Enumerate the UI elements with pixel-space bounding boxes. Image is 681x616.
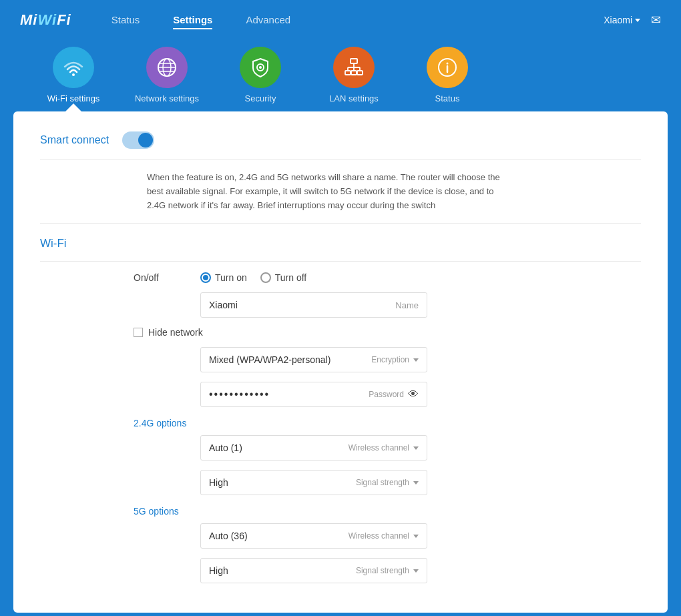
lan-icon: [343, 56, 365, 79]
encryption-chevron-icon: [413, 358, 419, 362]
tab-lan-settings[interactable]: LAN settings: [307, 47, 401, 111]
nav-links: Status Settings Advanced: [111, 11, 604, 29]
eye-icon[interactable]: 👁: [408, 388, 419, 400]
encryption-row: Mixed (WPA/WPA2-personal) Encryption: [40, 347, 641, 372]
name-input-wrapper: Name: [200, 292, 427, 318]
header: MiWiFi Status Settings Advanced Xiaomi ✉: [0, 0, 681, 40]
password-field[interactable]: •••••••••••• Password 👁: [200, 382, 427, 407]
svg-point-19: [447, 63, 449, 65]
smart-connect-row: Smart connect: [40, 131, 641, 149]
2g-signal-label: Signal strength: [356, 478, 409, 487]
5g-channel-right: Wireless channel: [349, 531, 419, 541]
svg-rect-10: [351, 71, 357, 75]
divider-smart: [40, 160, 641, 160]
5g-signal-value: High: [209, 565, 228, 576]
user-menu[interactable]: Xiaomi: [604, 15, 640, 25]
tab-row: Wi-Fi settings Network settings Security: [0, 40, 681, 111]
smart-connect-description: When the feature is on, 2.4G and 5G netw…: [40, 171, 507, 212]
password-row: •••••••••••• Password 👁: [40, 382, 641, 407]
status-icon-circle: [427, 47, 468, 88]
security-icon-circle: [240, 47, 281, 88]
5g-channel-row: Auto (36) Wireless channel: [40, 523, 641, 549]
nav-settings[interactable]: Settings: [173, 11, 212, 29]
5g-channel-label: Wireless channel: [349, 531, 409, 541]
2g-channel-row: Auto (1) Wireless channel: [40, 435, 641, 460]
5g-channel-value: Auto (36): [209, 531, 248, 541]
wifi-settings-icon-circle: [53, 47, 94, 88]
onoff-label: On/off: [134, 272, 200, 283]
hide-network-checkbox[interactable]: [134, 328, 143, 337]
svg-rect-8: [351, 59, 357, 63]
shield-icon: [249, 56, 272, 79]
svg-rect-9: [345, 71, 351, 75]
name-input[interactable]: [209, 300, 395, 310]
5g-channel-chevron-icon: [413, 535, 419, 538]
password-right: Password 👁: [369, 388, 419, 400]
tab-network-label: Network settings: [135, 93, 199, 103]
encryption-right: Encryption: [371, 355, 419, 364]
password-label: Password: [369, 390, 404, 399]
divider-wifi2: [40, 261, 641, 262]
encryption-dropdown[interactable]: Mixed (WPA/WPA2-personal) Encryption: [200, 347, 427, 372]
nav-status[interactable]: Status: [111, 11, 140, 29]
chevron-down-icon: [635, 19, 640, 22]
5g-signal-label: Signal strength: [356, 566, 409, 575]
onoff-row: On/off Turn on Turn off: [40, 272, 641, 283]
5g-channel-dropdown[interactable]: Auto (36) Wireless channel: [200, 523, 427, 549]
mail-icon[interactable]: ✉: [651, 13, 661, 27]
hide-network-row: Hide network: [40, 327, 641, 338]
nav-advanced[interactable]: Advanced: [246, 11, 290, 29]
radio-group: Turn on Turn off: [200, 272, 306, 283]
2g-channel-chevron-icon: [413, 446, 419, 450]
tab-security[interactable]: Security: [214, 47, 307, 111]
svg-point-7: [259, 66, 262, 69]
main-content: Smart connect When the feature is on, 2.…: [13, 111, 668, 613]
network-settings-icon-circle: [146, 47, 188, 88]
2g-signal-row: High Signal strength: [40, 470, 641, 495]
name-row: Name: [40, 292, 641, 318]
tab-wifi-settings[interactable]: Wi-Fi settings: [27, 47, 120, 111]
radio-dot-off: [260, 272, 271, 283]
smart-connect-label: Smart connect: [40, 134, 109, 146]
wifi-icon: [62, 56, 85, 79]
options-2g-label: 2.4G options: [134, 418, 641, 428]
header-right: Xiaomi ✉: [604, 13, 661, 27]
encryption-value: Mixed (WPA/WPA2-personal): [209, 354, 330, 365]
lan-icon-circle: [333, 47, 375, 88]
radio-dot-on: [200, 272, 211, 283]
name-placeholder: Name: [395, 300, 419, 310]
password-dots: ••••••••••••: [209, 388, 270, 400]
2g-channel-value: Auto (1): [209, 442, 242, 453]
tab-status[interactable]: Status: [401, 47, 494, 111]
5g-signal-right: Signal strength: [356, 566, 419, 575]
globe-icon: [156, 56, 178, 79]
5g-signal-row: High Signal strength: [40, 558, 641, 583]
2g-signal-value: High: [209, 477, 228, 488]
wifi-section-title: Wi-Fi: [40, 237, 641, 250]
tab-lan-label: LAN settings: [329, 93, 379, 103]
2g-channel-dropdown[interactable]: Auto (1) Wireless channel: [200, 435, 427, 460]
2g-signal-dropdown[interactable]: High Signal strength: [200, 470, 427, 495]
radio-turn-on[interactable]: Turn on: [200, 272, 247, 283]
5g-signal-chevron-icon: [413, 569, 419, 573]
logo: MiWiFi: [20, 11, 71, 29]
tab-security-label: Security: [245, 93, 276, 103]
tab-wifi-label: Wi-Fi settings: [47, 93, 100, 103]
svg-rect-11: [357, 71, 363, 75]
divider-wifi: [40, 223, 641, 224]
toggle-thumb: [138, 133, 153, 147]
info-icon: [436, 56, 459, 79]
tab-status-label: Status: [435, 93, 460, 103]
hide-network-label: Hide network: [148, 327, 203, 338]
5g-signal-dropdown[interactable]: High Signal strength: [200, 558, 427, 583]
2g-signal-right: Signal strength: [356, 478, 419, 487]
radio-turn-off[interactable]: Turn off: [260, 272, 306, 283]
smart-connect-toggle[interactable]: [122, 131, 154, 149]
2g-channel-label: Wireless channel: [349, 443, 409, 452]
2g-signal-chevron-icon: [413, 481, 419, 485]
encryption-label: Encryption: [371, 355, 409, 364]
tab-network-settings[interactable]: Network settings: [120, 47, 214, 111]
options-5g-label: 5G options: [134, 506, 641, 517]
2g-channel-right: Wireless channel: [349, 443, 419, 452]
svg-point-0: [72, 73, 75, 76]
